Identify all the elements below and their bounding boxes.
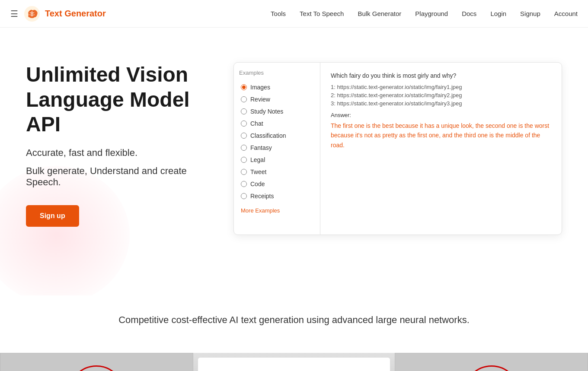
category-study-notes-label: Study Notes — [250, 108, 283, 115]
category-chat-label: Chat — [250, 120, 263, 127]
radio-code[interactable] — [241, 181, 247, 187]
radio-chat[interactable] — [241, 120, 247, 127]
footer-tile-2 — [198, 357, 391, 371]
bottom-text: Competitive cost-effective AI text gener… — [26, 313, 562, 327]
category-images-label: Images — [250, 84, 270, 91]
nav-login[interactable]: Login — [490, 10, 506, 17]
brand-name: Text Generator — [45, 9, 106, 19]
nav-signup[interactable]: Signup — [520, 10, 540, 17]
category-images[interactable]: Images — [239, 81, 315, 93]
footer-tiles — [0, 353, 588, 371]
radio-study-notes[interactable] — [241, 108, 247, 114]
signup-button[interactable]: Sign up — [26, 205, 79, 227]
radio-tweet[interactable] — [241, 169, 247, 175]
examples-card: Examples Images Review Study Notes Chat … — [233, 62, 562, 235]
nav-tools[interactable]: Tools — [271, 10, 286, 17]
radio-classification[interactable] — [241, 133, 247, 139]
hero-left: Unlimited Vision Language Model API Accu… — [26, 62, 233, 227]
radio-review[interactable] — [241, 96, 247, 102]
nav-text-to-speech[interactable]: Text To Speech — [300, 10, 344, 17]
category-review-label: Review — [250, 96, 270, 103]
hero-subtitle2: Bulk generate, Understand and create Spe… — [26, 165, 216, 188]
radio-legal[interactable] — [241, 157, 247, 163]
sidebar-title: Examples — [239, 70, 315, 76]
hero-section: ✦ ✕ Unlimited Vision Language Model API … — [0, 28, 588, 295]
category-fantasy-label: Fantasy — [250, 144, 272, 151]
radio-receipts[interactable] — [241, 193, 247, 199]
radio-fantasy[interactable] — [241, 145, 247, 151]
category-fantasy[interactable]: Fantasy — [239, 142, 315, 154]
footer-visual — [0, 353, 588, 371]
category-classification[interactable]: Classification — [239, 130, 315, 142]
card-url-1: 1: https://static.text-generator.io/stat… — [331, 84, 551, 90]
nav-account[interactable]: Account — [554, 10, 578, 17]
nav-links: Tools Text To Speech Bulk Generator Play… — [271, 10, 578, 18]
bottom-text-section: Competitive cost-effective AI text gener… — [0, 295, 588, 353]
nav-docs[interactable]: Docs — [462, 10, 476, 17]
card-content: Which fairy do you think is most girly a… — [320, 63, 562, 235]
nav-playground[interactable]: Playground — [415, 10, 448, 17]
card-question: Which fairy do you think is most girly a… — [331, 71, 551, 80]
category-receipts-label: Receipts — [250, 193, 274, 200]
category-study-notes[interactable]: Study Notes — [239, 105, 315, 117]
card-sidebar: Examples Images Review Study Notes Chat … — [234, 63, 320, 235]
hero-subtitle: Accurate, fast and flexible. — [26, 147, 216, 159]
hero-title: Unlimited Vision Language Model API — [26, 62, 216, 137]
hamburger-icon[interactable]: ☰ — [10, 9, 18, 19]
navbar: ☰ Text Generator Tools Text To Speech Bu… — [0, 0, 588, 28]
card-url-2: 2: https://static.text-generator.io/stat… — [331, 92, 551, 98]
category-receipts[interactable]: Receipts — [239, 190, 315, 202]
category-code[interactable]: Code — [239, 178, 315, 190]
nav-bulk-generator[interactable]: Bulk Generator — [358, 10, 401, 17]
brand-logo — [23, 5, 41, 22]
category-tweet-label: Tweet — [250, 168, 266, 175]
card-answer-label: Answer: — [331, 112, 551, 118]
card-url-3: 3: https://static.text-generator.io/stat… — [331, 100, 551, 107]
category-review[interactable]: Review — [239, 93, 315, 105]
category-chat[interactable]: Chat — [239, 117, 315, 130]
category-legal[interactable]: Legal — [239, 154, 315, 166]
radio-images[interactable] — [241, 84, 247, 90]
footer-tile-1 — [0, 353, 193, 371]
category-legal-label: Legal — [250, 156, 265, 163]
category-classification-label: Classification — [250, 132, 286, 139]
category-code-label: Code — [250, 181, 265, 187]
category-tweet[interactable]: Tweet — [239, 166, 315, 178]
card-answer-text: The first one is the best because it has… — [331, 121, 551, 150]
footer-tile-3 — [395, 353, 588, 371]
more-examples-link[interactable]: More Examples — [239, 206, 315, 216]
